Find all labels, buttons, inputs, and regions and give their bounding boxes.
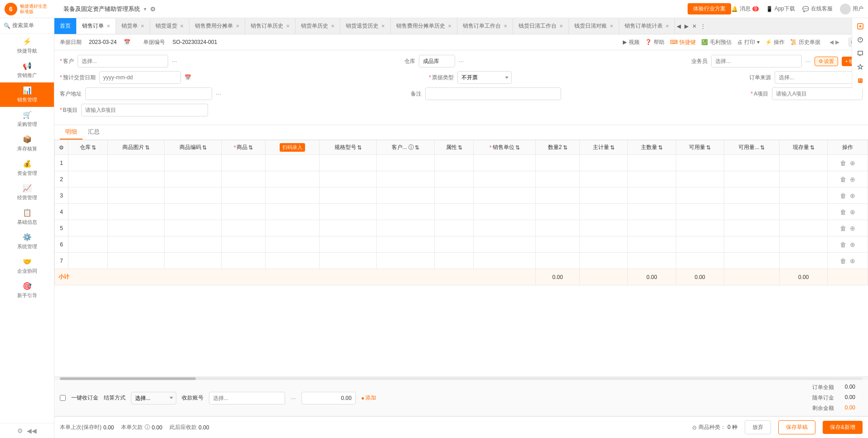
tab-close-icon[interactable]: ✕	[331, 24, 335, 29]
row-main-unit[interactable]	[580, 220, 628, 236]
tab-order-history[interactable]: 销售订单历史 ✕	[245, 18, 296, 34]
save-new-button[interactable]: 保存&新增	[823, 421, 863, 434]
row-available2[interactable]	[724, 171, 779, 188]
row-product[interactable]	[221, 253, 265, 269]
row-code[interactable]	[165, 236, 222, 253]
row-action[interactable]: 🗑 ⊕	[828, 188, 868, 204]
row-main-qty[interactable]	[628, 188, 676, 204]
row-customer-code[interactable]	[377, 220, 435, 236]
row-main-unit[interactable]	[580, 236, 628, 253]
row-action[interactable]: 🗑 ⊕	[828, 236, 868, 253]
th-warehouse[interactable]: 仓库 ⇅	[68, 140, 108, 155]
tab-close-icon[interactable]: ✕	[504, 24, 507, 29]
th-settings[interactable]: ⚙	[55, 140, 68, 155]
sidebar-item-quick-nav[interactable]: ⚡ 快捷导航	[0, 34, 54, 58]
row-product[interactable]	[221, 155, 265, 171]
history-button[interactable]: 📜 历史单据	[790, 39, 820, 46]
calendar-input-icon[interactable]: 📅	[184, 74, 191, 81]
th-product[interactable]: * 商品 ⇅	[221, 140, 265, 155]
row-code[interactable]	[165, 253, 222, 269]
row-available2[interactable]	[724, 220, 779, 236]
th-unit-sort[interactable]: * 销售单位 ⇅	[477, 144, 532, 151]
row-action[interactable]: 🗑 ⊕	[828, 155, 868, 171]
calendar-icon[interactable]: 📅	[124, 39, 131, 45]
row-attr[interactable]	[434, 236, 474, 253]
th-qty2[interactable]: 数量2 ⇅	[535, 140, 579, 155]
shortcut-button[interactable]: ⌨ 快捷键	[670, 39, 696, 46]
row-qty2[interactable]	[535, 171, 579, 188]
row-product[interactable]	[221, 220, 265, 236]
tab-sales-invoice[interactable]: 销货单 ✕	[116, 18, 150, 34]
row-spec[interactable]	[320, 188, 377, 204]
row-spec[interactable]	[320, 171, 377, 188]
row-delete-button[interactable]: 🗑	[839, 191, 847, 200]
row-code[interactable]	[165, 204, 222, 220]
row-action[interactable]: 🗑 ⊕	[828, 220, 868, 236]
sidebar-item-enterprise[interactable]: 🤝 企业协同	[0, 254, 54, 278]
print-dropdown-icon[interactable]: ▾	[757, 39, 760, 45]
row-image[interactable]	[107, 204, 165, 220]
tab-expense-split[interactable]: 销售费用分摊单 ✕	[189, 18, 245, 34]
row-main-unit[interactable]	[580, 253, 628, 269]
row-attr[interactable]	[434, 253, 474, 269]
address-input[interactable]	[85, 87, 212, 100]
amount-input[interactable]	[301, 392, 356, 404]
row-delete-button[interactable]: 🗑	[839, 159, 847, 168]
sidebar-toggle-button[interactable]: ⚙	[17, 427, 23, 434]
tab-order-workbench[interactable]: 销售订单工作台 ✕	[457, 18, 513, 34]
row-action[interactable]: 🗑 ⊕	[828, 171, 868, 188]
add-payment-button[interactable]: ● 添加	[361, 394, 376, 402]
row-product[interactable]	[221, 236, 265, 253]
th-available2[interactable]: 可用量... ⇅	[724, 140, 779, 155]
row-spec[interactable]	[320, 236, 377, 253]
row-action[interactable]: 🗑 ⊕	[828, 253, 868, 269]
row-customer-code[interactable]	[377, 171, 435, 188]
row-main-qty[interactable]	[628, 171, 676, 188]
row-unit[interactable]	[474, 188, 536, 204]
settings-col-icon[interactable]: ⚙	[59, 144, 64, 151]
row-warehouse[interactable]	[68, 204, 108, 220]
row-code[interactable]	[165, 171, 222, 188]
row-available2[interactable]	[724, 236, 779, 253]
row-spec[interactable]	[320, 220, 377, 236]
save-draft-button[interactable]: 保存草稿	[778, 420, 815, 434]
row-current[interactable]	[780, 253, 828, 269]
tab-close-icon[interactable]: ✕	[559, 24, 563, 29]
th-customer-code[interactable]: 客户... ⓘ ⇅	[377, 140, 435, 155]
row-unit[interactable]	[474, 204, 536, 220]
online-service-button[interactable]: 💬 在线客服	[802, 5, 833, 13]
th-main-unit-sort[interactable]: 主计量 ⇅	[583, 144, 624, 151]
row-product[interactable]	[221, 204, 265, 220]
tab-detail[interactable]: 明细	[60, 125, 82, 140]
row-main-qty[interactable]	[628, 220, 676, 236]
row-unit[interactable]	[474, 253, 536, 269]
tab-nav-menu[interactable]: ⋮	[698, 23, 708, 29]
right-action-4[interactable]	[854, 61, 867, 73]
tab-close-icon[interactable]: ✕	[107, 24, 110, 29]
row-attr[interactable]	[434, 188, 474, 204]
row-customer-code[interactable]	[377, 236, 435, 253]
row-copy-button[interactable]: ⊕	[849, 240, 856, 249]
th-spec-sort[interactable]: 规格型号 ⇅	[323, 144, 373, 151]
row-image[interactable]	[107, 253, 165, 269]
row-warehouse[interactable]	[68, 171, 108, 188]
row-customer-code[interactable]	[377, 253, 435, 269]
row-warehouse[interactable]	[68, 188, 108, 204]
th-main-unit[interactable]: 主计量 ⇅	[580, 140, 628, 155]
tab-return-history[interactable]: 销货退货历史 ✕	[340, 18, 391, 34]
row-warehouse[interactable]	[68, 220, 108, 236]
row-image[interactable]	[107, 155, 165, 171]
tab-daily-workbench[interactable]: 钱货日清工作台 ✕	[513, 18, 569, 34]
row-customer-code[interactable]	[377, 155, 435, 171]
row-code[interactable]	[165, 220, 222, 236]
sidebar-item-inventory[interactable]: 📦 库存核算	[0, 131, 54, 156]
row-warehouse[interactable]	[68, 253, 108, 269]
view-button[interactable]: ▶ 视频	[623, 39, 640, 46]
row-unit[interactable]	[474, 236, 536, 253]
row-copy-button[interactable]: ⊕	[849, 175, 856, 184]
row-customer-code[interactable]	[377, 204, 435, 220]
row-copy-button[interactable]: ⊕	[849, 256, 856, 265]
row-code[interactable]	[165, 188, 222, 204]
row-attr[interactable]	[434, 220, 474, 236]
row-available2[interactable]	[724, 204, 779, 220]
